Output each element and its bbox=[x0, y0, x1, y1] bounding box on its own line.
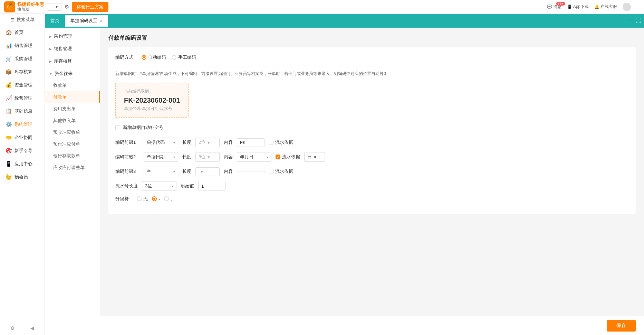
encode-type-row: 编码方式 自动编码 手工编码 bbox=[115, 54, 629, 61]
sidebar-settings-btn[interactable]: ⚙ bbox=[9, 324, 16, 332]
group-sales: ▶ 销售管理 bbox=[45, 43, 100, 55]
sidebar-item-inventory[interactable]: 📦 库存核算 bbox=[0, 65, 45, 78]
sidebar-item-advance-receipt[interactable]: 预收冲应收单 bbox=[45, 127, 100, 138]
basic-icon: 📋 bbox=[6, 108, 12, 114]
separator-row: 分隔符 无 - bbox=[115, 196, 629, 202]
tab-code-setting[interactable]: 单据编码设置 ✕ bbox=[65, 15, 108, 27]
sidebar-item-advance-payment[interactable]: 预付冲应付单 bbox=[45, 138, 100, 150]
sidebar-bottom: ⚙ ◀ bbox=[0, 321, 45, 335]
sidebar-item-finance[interactable]: 💰 资金管理 bbox=[0, 78, 45, 92]
auto-encode-radio[interactable] bbox=[142, 55, 146, 60]
prefix2-label: 编码前缀2 bbox=[115, 154, 140, 160]
system-icon: ⚙️ bbox=[6, 121, 12, 128]
tab-bar: 首页 单据编码设置 ✕ — ⛶ bbox=[45, 14, 644, 28]
sep-none-option[interactable]: 无 bbox=[137, 196, 148, 202]
vip-icon: 👑 bbox=[6, 174, 12, 180]
sidebar-item-operations[interactable]: 📈 经营管理 bbox=[0, 92, 45, 105]
prefix3-select[interactable]: 空 ▾ bbox=[144, 167, 178, 176]
sidebar-item-receipt[interactable]: 收款单 bbox=[45, 80, 100, 91]
group-funds-header[interactable]: ▼ 资金往来 bbox=[45, 68, 100, 80]
chevron-down-icon: ▾ bbox=[56, 4, 58, 9]
prefix2-day-select[interactable]: 日 ▾ bbox=[304, 152, 325, 162]
tab-bar-right: — ⛶ bbox=[629, 18, 644, 24]
sidebar-item-apps[interactable]: 📱 应用中心 bbox=[0, 157, 45, 170]
settings-button[interactable]: ⚙ bbox=[64, 3, 69, 10]
sidebar-item-araps[interactable]: 应收应付调整单 bbox=[45, 162, 100, 174]
serial-start-label: 起始值 bbox=[181, 183, 194, 189]
trial-button[interactable]: 体验行业方案 bbox=[72, 2, 108, 12]
code-preview-value: FK-20230602-001 bbox=[124, 96, 180, 104]
tab-maximize-icon[interactable]: ⛶ bbox=[636, 18, 641, 24]
sales-icon: 📊 bbox=[6, 43, 12, 49]
chevron-right-icon2: ▶ bbox=[49, 47, 52, 51]
app-download-button[interactable]: 📱 App下载 bbox=[567, 4, 589, 10]
tab-home[interactable]: 首页 bbox=[45, 15, 65, 27]
message-button[interactable]: 💬 消息 99+ bbox=[547, 4, 561, 10]
sidebar-item-purchase[interactable]: 🛒 采购管理 bbox=[0, 52, 45, 65]
serial-start-input[interactable] bbox=[198, 182, 226, 190]
group-funds: ▼ 资金往来 收款单 付款单 费用支出单 其他收入单 预收冲应收单 预付冲应付单… bbox=[45, 68, 100, 174]
operations-icon: 📈 bbox=[6, 95, 12, 101]
sidebar-item-guide[interactable]: 🎯 新手引导 bbox=[0, 144, 45, 157]
auto-fill-checkbox[interactable] bbox=[115, 125, 120, 130]
sep-dash-radio[interactable] bbox=[152, 196, 157, 201]
logo-text: 畅捷通好生意 旗舰版 bbox=[17, 2, 44, 12]
prefix1-serial-check-icon bbox=[269, 140, 273, 145]
prefix1-select[interactable]: 单据代码 ▾ bbox=[144, 138, 178, 147]
encode-type-label: 编码方式 bbox=[115, 54, 133, 61]
message-badge: 99+ bbox=[556, 2, 565, 6]
purchase-icon: 🛒 bbox=[6, 56, 12, 62]
prefix2-length-select[interactable]: 8位 ▾ bbox=[195, 152, 220, 162]
avatar[interactable] bbox=[623, 3, 631, 11]
online-service-button[interactable]: 🔔 在线客服 bbox=[594, 4, 617, 10]
apps-icon: 📱 bbox=[6, 161, 12, 167]
sidebar-collapse-btn[interactable]: ◀ bbox=[29, 324, 36, 332]
home-icon: 🏠 bbox=[6, 29, 12, 36]
sep-dot-option[interactable]: . bbox=[164, 196, 172, 202]
group-inventory-header[interactable]: ▶ 库存核算 bbox=[45, 55, 100, 67]
group-sales-header[interactable]: ▶ 销售管理 bbox=[45, 43, 100, 55]
search-menu[interactable]: ☰ 搜索菜单 bbox=[0, 14, 45, 26]
manual-encode-option[interactable]: 手工编码 bbox=[172, 54, 196, 61]
prefix2-select[interactable]: 单据日期 ▾ bbox=[144, 152, 178, 162]
prefix2-day-arrow-icon: ▾ bbox=[314, 155, 316, 160]
manual-encode-radio[interactable] bbox=[172, 55, 176, 60]
tab-minimize-icon[interactable]: — bbox=[629, 18, 634, 24]
tab-close-icon[interactable]: ✕ bbox=[99, 19, 103, 23]
sidebar-item-system[interactable]: ⚙️ 系统管理 bbox=[0, 118, 45, 131]
save-button[interactable]: 保存 bbox=[607, 320, 636, 332]
prefix3-length-select[interactable]: ▾ bbox=[195, 167, 220, 176]
sidebar-item-other-income[interactable]: 其他收入单 bbox=[45, 115, 100, 127]
top-bar: 🍊 畅捷通好生意 旗舰版 ... ▾ ⚙ 体验行业方案 💬 消息 99+ 📱 A… bbox=[0, 0, 644, 14]
prefix3-serial-checkbox[interactable]: 流水依据 bbox=[269, 168, 293, 175]
company-dropdown[interactable]: ... ▾ bbox=[47, 3, 61, 11]
left-sidebar: ☰ 搜索菜单 🏠 首页 📊 销售管理 🛒 采购管理 📦 库存核算 💰 资金管理 … bbox=[0, 14, 45, 335]
prefix2-length-arrow-icon: ▾ bbox=[208, 155, 210, 160]
sidebar-item-payment[interactable]: 付款单 bbox=[45, 91, 100, 103]
prefix2-content-select[interactable]: 年月日 ▾ bbox=[237, 152, 271, 162]
serial-length-select[interactable]: 3位 ▾ bbox=[142, 181, 176, 191]
prefix1-serial-checkbox[interactable]: 流水依据 bbox=[269, 139, 293, 146]
sidebar-item-home[interactable]: 🏠 首页 bbox=[0, 26, 45, 39]
prefix2-serial-checkbox[interactable]: ✓ 流水依据 bbox=[276, 154, 300, 160]
sidebar-item-enterprise[interactable]: 🤝 企业协同 bbox=[0, 131, 45, 144]
group-purchase-header[interactable]: ▶ 采购管理 bbox=[45, 30, 100, 42]
prefix1-arrow-icon: ▾ bbox=[173, 141, 175, 145]
chevron-right-icon: ▶ bbox=[49, 35, 52, 38]
sidebar-item-expense[interactable]: 费用支出单 bbox=[45, 103, 100, 115]
sep-none-radio[interactable] bbox=[137, 196, 142, 201]
sidebar-item-basic[interactable]: 📋 基础信息 bbox=[0, 105, 45, 118]
sep-dot-radio[interactable] bbox=[164, 196, 169, 201]
guide-icon: 🎯 bbox=[6, 148, 12, 154]
footer: 保存 bbox=[100, 316, 644, 335]
prefix2-arrow-icon: ▾ bbox=[173, 155, 175, 159]
prefix2-length-label: 长度 bbox=[182, 154, 191, 160]
sidebar-item-sales[interactable]: 📊 销售管理 bbox=[0, 39, 45, 52]
hint-text: 新增单据时，*单据编码*自动生成，不可编辑。前缀设置为部门、业务员等档案类，开单… bbox=[115, 71, 629, 77]
prefix1-length-select[interactable]: 2位 ▾ bbox=[195, 138, 220, 147]
sep-dash-option[interactable]: - bbox=[152, 196, 160, 202]
sidebar-item-vip[interactable]: 👑 畅会员 bbox=[0, 170, 45, 184]
auto-encode-option[interactable]: 自动编码 bbox=[142, 54, 166, 61]
code-preview-desc: 单据代码-单据日期-流水号 bbox=[124, 106, 180, 112]
sidebar-item-bank-deposit[interactable]: 银行存取款单 bbox=[45, 150, 100, 162]
